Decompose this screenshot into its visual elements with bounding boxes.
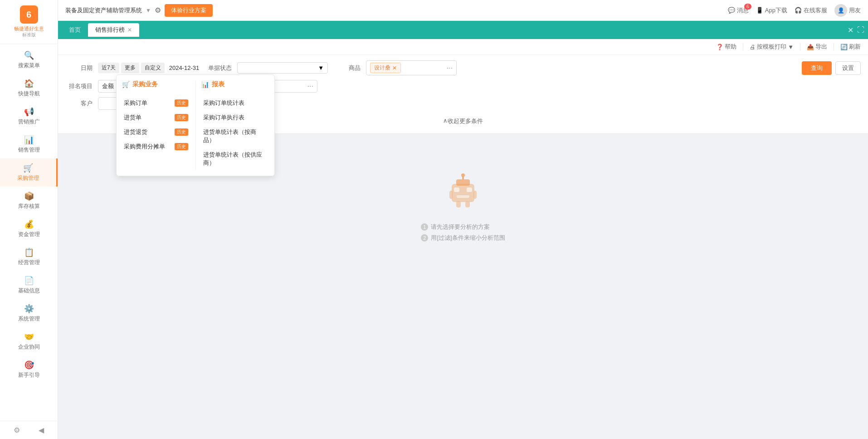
date-value: 2024-12-31	[169, 64, 200, 71]
sidebar-label-enterprise: 企业协同	[18, 343, 40, 351]
sidebar-item-quick-nav[interactable]: 🏠 快捷导航	[0, 74, 58, 102]
logo-icon: 6	[20, 5, 38, 24]
sidebar-item-system[interactable]: ⚙️ 系统管理	[0, 299, 58, 327]
tab-home[interactable]: 首页	[62, 23, 88, 37]
separator1	[743, 43, 743, 50]
filter-row-1: 日期 近7天 更多 自定义 2024-12-31 单据状态 ▼ 商品 设计桑 ✕	[65, 60, 861, 75]
topbar-dropdown-arrow[interactable]: ▼	[146, 7, 151, 14]
search-icon: 🔍	[24, 50, 34, 60]
topbar-gear-icon[interactable]: ⚙	[155, 6, 161, 15]
svg-rect-10	[465, 201, 470, 207]
date-range-selector[interactable]: 近7天 更多 自定义 2024-12-31	[98, 63, 199, 73]
refresh-btn[interactable]: 🔄 刷新	[840, 43, 861, 51]
goods-label: 商品	[333, 64, 361, 72]
order-status-label: 单据状态	[205, 64, 232, 72]
dropdown-item-inbound-by-goods[interactable]: 进货单统计表（按商品）	[201, 125, 269, 148]
empty-tip-1: 1 请先选择要分析的方案	[421, 223, 505, 231]
goods-select[interactable]: 设计桑 ✕ ···	[366, 60, 457, 75]
quick-nav-icon: 🏠	[24, 79, 34, 89]
sidebar-label-inventory: 库存核算	[18, 202, 40, 210]
print-icon: 🖨	[750, 44, 756, 50]
date-chip-7days[interactable]: 近7天	[98, 63, 119, 73]
dropdown-item-inbound-by-supplier[interactable]: 进货单统计表（按供应商）	[201, 148, 269, 170]
report-section-title: 📊 报表	[201, 80, 269, 91]
sales-icon: 📊	[24, 135, 34, 145]
inventory-icon: 📦	[24, 191, 34, 201]
salesman-more-icon[interactable]: ···	[307, 82, 313, 90]
settings-btn[interactable]: 设置	[835, 61, 861, 75]
date-chip-custom[interactable]: 自定义	[141, 63, 165, 73]
dropdown-item-order-stat[interactable]: 采购订单统计表	[201, 96, 269, 110]
sidebar-item-basic-info[interactable]: 📄 基础信息	[0, 271, 58, 299]
dropdown-item-purchase-order[interactable]: 采购订单 历史	[122, 96, 190, 110]
export-btn[interactable]: 📤 导出	[807, 43, 827, 51]
tab-fullscreen-icon[interactable]: ⛶	[857, 26, 864, 35]
filter-toolbar: ❓ 帮助 🖨 按模板打印 ▼ 📤 导出 🔄 刷新	[58, 39, 868, 55]
app-download-btn[interactable]: 📱 App下载	[756, 6, 787, 15]
sidebar-item-search[interactable]: 🔍 搜索菜单	[0, 46, 58, 74]
topbar-left: 装备及固定资产辅助管理系统 ▼ ⚙ 体验行业方案	[65, 4, 213, 17]
empty-tip-2: 2 用[过滤]条件来缩小分析范围	[421, 234, 505, 242]
print-btn[interactable]: 🖨 按模板打印 ▼	[750, 43, 794, 51]
tabbar-right-actions: ✕ ⛶	[848, 26, 864, 35]
logo-area: 6 畅捷通好生意 标准版	[0, 0, 58, 44]
sidebar-label-sales: 销售管理	[18, 146, 40, 154]
industry-btn[interactable]: 体验行业方案	[165, 4, 213, 17]
sidebar-label-basic-info: 基础信息	[18, 287, 40, 295]
history-badge-1: 历史	[175, 99, 188, 107]
goods-more-icon[interactable]: ···	[447, 64, 453, 72]
svg-rect-8	[473, 191, 477, 199]
sidebar-nav: 🔍 搜索菜单 🏠 快捷导航 📢 营销推广 📊 销售管理 🛒 采购管理 📦 库存核…	[0, 44, 58, 421]
order-status-dropdown-icon: ▼	[318, 64, 324, 71]
customer-label: 客户	[65, 99, 93, 108]
purchase-icon: 🛒	[23, 163, 33, 173]
sidebar-item-enterprise[interactable]: 🤝 企业协同	[0, 327, 58, 355]
svg-rect-4	[454, 187, 459, 192]
tab-close-icon[interactable]: ✕	[127, 27, 132, 33]
logo-subtitle: 标准版	[22, 32, 36, 38]
query-btn[interactable]: 查询	[802, 61, 832, 75]
sidebar-item-marketing[interactable]: 📢 营销推广	[0, 102, 58, 130]
date-label: 日期	[65, 64, 93, 72]
ranking-label: 排名项目	[65, 82, 93, 90]
sidebar-settings-icon[interactable]: ⚙	[14, 426, 20, 434]
svg-rect-1	[456, 179, 470, 186]
sidebar-item-sales[interactable]: 📊 销售管理	[0, 130, 58, 158]
sidebar-label-finance: 资金管理	[18, 231, 40, 238]
history-badge-3: 历史	[175, 128, 188, 136]
dropdown-item-purchase-expense[interactable]: 采购费用分摊单 历史	[122, 139, 190, 154]
separator3	[834, 43, 834, 50]
history-badge-2: 历史	[175, 114, 188, 121]
dropdown-item-order-exec[interactable]: 采购订单执行表	[201, 110, 269, 125]
svg-rect-0	[452, 184, 474, 202]
system-icon: ⚙️	[24, 304, 34, 314]
guide-icon: 🎯	[24, 360, 34, 370]
topbar-right: 💬 消息 6 📱 App下载 🎧 在线客服 👤 用友	[728, 4, 861, 17]
dropdown-item-purchase-return[interactable]: 进货退货 历史	[122, 125, 190, 139]
user-profile-btn[interactable]: 👤 用友	[834, 4, 861, 17]
finance-icon: 💰	[24, 219, 34, 229]
marketing-icon: 📢	[24, 107, 34, 117]
tabbar: 首页 销售排行榜 ✕ ✕ ⛶	[58, 21, 868, 39]
help-btn[interactable]: ❓ 帮助	[716, 43, 736, 51]
goods-tag-close[interactable]: ✕	[392, 65, 397, 71]
tab-sales-ranking[interactable]: 销售排行榜 ✕	[88, 23, 139, 37]
online-service-btn[interactable]: 🎧 在线客服	[795, 6, 827, 15]
sidebar-item-inventory[interactable]: 📦 库存核算	[0, 187, 58, 215]
operations-icon: 📋	[24, 247, 34, 257]
sidebar-item-guide[interactable]: 🎯 新手引导	[0, 355, 58, 384]
sidebar-item-finance[interactable]: 💰 资金管理	[0, 215, 58, 243]
notification-btn[interactable]: 💬 消息 6	[728, 6, 749, 15]
date-chip-more[interactable]: 更多	[121, 63, 139, 73]
dropdown-item-purchase-inbound[interactable]: 进货单 历史	[122, 110, 190, 125]
order-status-select[interactable]: ▼	[237, 62, 328, 74]
sidebar-collapse-icon[interactable]: ◀	[39, 426, 44, 434]
svg-rect-7	[449, 191, 453, 199]
sidebar-item-operations[interactable]: 📋 经营管理	[0, 243, 58, 271]
goods-tag: 设计桑 ✕	[370, 63, 401, 73]
dropdown-columns: 🛒 采购业务 采购订单 历史 进货单 历史 进货退货 历史	[117, 80, 274, 170]
tab-close-all-icon[interactable]: ✕	[848, 26, 853, 35]
sidebar-item-purchase[interactable]: 🛒 采购管理	[0, 158, 58, 187]
sidebar-label-marketing: 营销推广	[18, 118, 40, 126]
purchase-dropdown-menu: 🛒 采购业务 采购订单 历史 进货单 历史 进货退货 历史	[116, 74, 275, 176]
